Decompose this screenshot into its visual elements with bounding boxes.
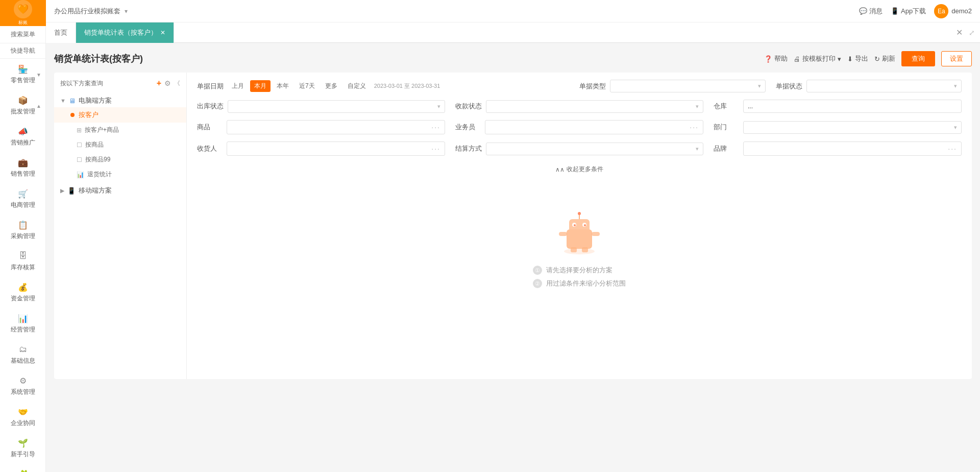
sidebar-item-retail[interactable]: 🏪 零售管理 ▼ [0, 59, 45, 90]
date-btn-this-month[interactable]: 本月 [250, 80, 271, 92]
date-btn-custom[interactable]: 自定义 [344, 80, 370, 92]
query-button[interactable]: 查询 [901, 51, 935, 66]
recipient-input[interactable]: ··· [227, 141, 445, 156]
sidebar-item-sales[interactable]: 💼 销售管理 [0, 152, 45, 183]
tab-maximize-icon[interactable]: ⤢ [969, 29, 975, 37]
scheme-group-desktop-header[interactable]: ▼ 🖥 电脑端方案 [54, 94, 186, 107]
page-title: 销货单统计表(按客户) [54, 53, 143, 65]
receipt-status-label: 收款状态 [455, 102, 482, 111]
refresh-label: 刷新 [882, 54, 895, 63]
settlement-input[interactable]: ▾ [486, 143, 703, 155]
sidebar-item-finance[interactable]: 💰 资金管理 [0, 277, 45, 308]
sidebar-item-ecommerce[interactable]: 🛒 电商管理 [0, 183, 45, 215]
quick-nav-label[interactable]: 快捷导航 [11, 46, 35, 55]
search-label[interactable]: 搜索菜单 [11, 30, 35, 39]
sidebar-item-operations[interactable]: 📊 经营管理 [0, 308, 45, 339]
scheme-add-icon[interactable]: + [157, 79, 161, 88]
by-goods-icon: ☐ [77, 141, 82, 149]
basic-icon: 🗂 [18, 344, 28, 355]
refresh-btn[interactable]: ↻ 刷新 [874, 54, 895, 63]
export-btn[interactable]: ⬇ 导出 [847, 54, 868, 63]
scheme-collapse-icon[interactable]: 《 [174, 79, 180, 88]
message-btn[interactable]: 💬 消息 [859, 7, 883, 16]
tab-home[interactable]: 首页 [46, 22, 76, 43]
sidebar-item-appcenter[interactable]: 🧩 应用中心 [0, 464, 45, 472]
help-label: 帮助 [774, 54, 788, 63]
sidebar-item-cooperation[interactable]: 🤝 企业协同 [0, 402, 45, 433]
sidebar-nav-section[interactable]: 快捷导航 [0, 43, 45, 59]
message-label: 消息 [869, 7, 883, 16]
print-icon: 🖨 [794, 55, 800, 63]
template-print-btn[interactable]: 🖨 按模板打印 ▾ [794, 54, 841, 63]
logo-icon: 🧡 [14, 0, 32, 18]
scheme-item-return-stat[interactable]: 📊 退货统计 [54, 167, 186, 182]
tab-sales-stat[interactable]: 销货单统计表（按客户） ✕ [76, 22, 174, 43]
scheme-group-mobile-header[interactable]: ▶ 📱 移动端方案 [54, 184, 186, 197]
filter-brand-item: 品牌 ··· [714, 141, 962, 156]
scheme-item-by-goods-99[interactable]: ☐ 按商品99 [54, 152, 186, 167]
user-menu[interactable]: Ea demo2 [934, 4, 972, 18]
goods-label: 商品 [197, 123, 223, 132]
receipt-status-input[interactable]: ▾ [486, 100, 703, 113]
scheme-item-by-customer-goods[interactable]: ⊞ 按客户+商品 [54, 123, 186, 137]
filter-goods-item: 商品 ··· [197, 120, 445, 134]
help-btn[interactable]: ❓ 帮助 [764, 54, 788, 63]
filter-stock-status-item: 出库状态 ▾ [197, 100, 445, 113]
tab-close-icon[interactable]: ✕ [160, 29, 165, 36]
salesperson-input[interactable]: ··· [485, 120, 703, 134]
order-type-label: 单据类型 [579, 82, 606, 91]
order-type-input[interactable]: ▾ [610, 80, 766, 92]
goods-input[interactable]: ··· [227, 120, 445, 134]
order-type-chevron: ▾ [758, 83, 761, 89]
sidebar-item-wholesale[interactable]: 📦 批发管理 ▲ [0, 90, 45, 121]
inventory-icon: 🗄 [18, 251, 28, 261]
department-input[interactable]: ▾ [743, 121, 962, 134]
tab-close-all-icon[interactable]: ✕ [956, 28, 963, 37]
header-dropdown-icon[interactable]: ▾ [125, 8, 128, 15]
export-icon: ⬇ [847, 55, 853, 63]
export-label: 导出 [855, 54, 868, 63]
scheme-item-by-customer[interactable]: 按客户 [54, 107, 186, 123]
date-btn-more[interactable]: 更多 [321, 80, 341, 92]
empty-state: ① 请先选择要分析的方案 ② 用过滤条件来缩小分析范围 [197, 176, 962, 319]
sidebar-item-newbie[interactable]: 🌱 新手引导 [0, 433, 45, 464]
settings-button[interactable]: 设置 [941, 51, 972, 66]
date-range-controls: 上月 本月 本年 近7天 更多 自定义 2023-03-01 至 2023-03… [228, 80, 569, 92]
return-stat-icon: 📊 [77, 171, 84, 178]
mobile-folder-icon: 📱 [67, 187, 76, 195]
sidebar-item-purchase[interactable]: 📋 采购管理 [0, 215, 45, 246]
retail-label: 零售管理 [11, 76, 35, 85]
salesperson-label: 业务员 [455, 123, 481, 132]
collapse-btn[interactable]: ∧∧ 收起更多条件 [547, 163, 611, 176]
download-icon: 📱 [891, 7, 899, 15]
sidebar-item-system[interactable]: ⚙ 系统管理 [0, 370, 45, 402]
operations-icon: 📊 [18, 313, 28, 323]
order-status-input[interactable]: ▾ [806, 80, 962, 92]
date-btn-this-year[interactable]: 本年 [273, 80, 293, 92]
scheme-group-desktop: ▼ 🖥 电脑端方案 按客户 ⊞ 按客户+商品 ☐ [54, 94, 186, 182]
brand-input[interactable]: ··· [743, 141, 962, 156]
return-stat-label: 退货统计 [87, 170, 112, 179]
stock-status-input[interactable]: ▾ [228, 100, 445, 113]
date-btn-last-month[interactable]: 上月 [228, 80, 248, 92]
sidebar-search-section[interactable]: 搜索菜单 [0, 26, 45, 43]
svg-point-6 [584, 224, 586, 226]
date-btn-last-7-days[interactable]: 近7天 [295, 80, 319, 92]
warehouse-input[interactable]: ... [743, 100, 962, 113]
sidebar-item-basic[interactable]: 🗂 基础信息 [0, 339, 45, 370]
sales-label: 销售管理 [11, 170, 35, 178]
warehouse-label: 仓库 [714, 102, 739, 111]
filter-panel: 单据日期 上月 本月 本年 近7天 更多 自定义 2023-03-01 至 20… [187, 73, 972, 379]
finance-label: 资金管理 [11, 294, 35, 303]
mobile-group-arrow: ▶ [60, 187, 64, 194]
sidebar-item-marketing[interactable]: 📣 营销推广 [0, 121, 45, 152]
recipient-dots: ··· [431, 145, 440, 153]
app-download-btn[interactable]: 📱 App下载 [891, 7, 926, 16]
svg-rect-10 [592, 232, 600, 236]
scheme-item-by-goods[interactable]: ☐ 按商品 [54, 137, 186, 152]
filter-receipt-status-item: 收款状态 ▾ [455, 100, 703, 113]
scheme-edit-icon[interactable]: ⚙ [164, 79, 171, 87]
marketing-label: 营销推广 [11, 138, 35, 147]
ecommerce-label: 电商管理 [11, 201, 35, 209]
sidebar-item-inventory[interactable]: 🗄 库存核算 [0, 246, 45, 277]
